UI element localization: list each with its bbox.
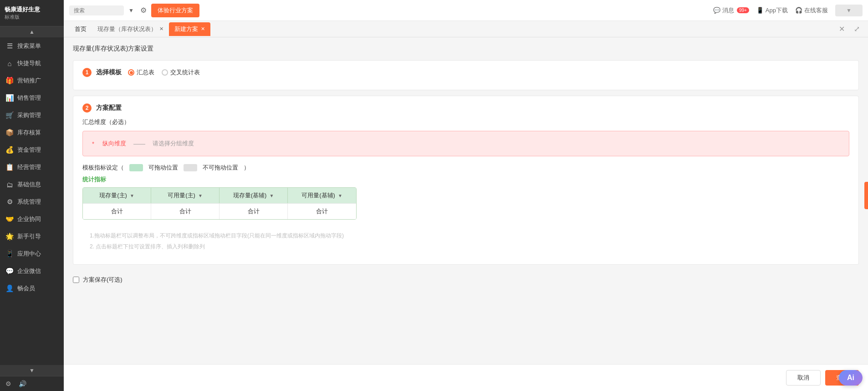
sidebar-item-quick-nav[interactable]: ⌂快捷导航 — [0, 55, 64, 72]
hints-section: 1.拖动标题栏可以调整布局，不可跨维度或指标区域拖动栏目字段(只能在同一维度或指… — [82, 226, 849, 257]
sidebar-label-inventory: 库存核算 — [17, 129, 41, 137]
section1-num: 1 — [82, 68, 92, 77]
settings-icon[interactable]: ⚙ — [5, 380, 11, 387]
ai-badge[interactable]: Ai — [839, 370, 863, 386]
sidebar-item-sales[interactable]: 📊销售管理 — [0, 89, 64, 107]
messages-label: 消息 — [722, 6, 734, 15]
sidebar-scroll-up[interactable]: ▲ — [0, 26, 64, 37]
template-indicator-row: 模板指标设定（ 可拖动位置 不可拖动位置 ） — [82, 164, 849, 172]
topbar-settings-icon[interactable]: ⚙ — [140, 6, 147, 15]
chevron-icon-inventory-aux[interactable]: ▼ — [269, 193, 274, 198]
stats-data-cell-0: 合计 — [83, 204, 151, 219]
stats-header-inventory-aux[interactable]: 现存量(基辅)▼ — [220, 188, 288, 203]
radio-cross-label: 交叉统计表 — [170, 68, 200, 77]
sidebar-item-operations[interactable]: 📋经营管理 — [0, 159, 64, 176]
messages-button[interactable]: 💬 消息 99+ — [713, 6, 749, 15]
radio-cross-circle — [162, 69, 168, 76]
sidebar-item-finance[interactable]: 💰资金管理 — [0, 141, 64, 159]
chevron-icon-available-main[interactable]: ▼ — [198, 193, 203, 198]
stats-header-inventory-main[interactable]: 现存量(主)▼ — [83, 188, 151, 203]
sidebar-icon-sales: 📊 — [5, 94, 14, 102]
sidebar-icon-app-center: 📱 — [5, 250, 14, 258]
search-input[interactable] — [69, 5, 124, 15]
tab-new-plan[interactable]: 新建方案 ✕ — [169, 22, 210, 36]
stats-data-cell-1: 合计 — [151, 204, 220, 219]
sidebar-scroll-down[interactable]: ▼ — [0, 365, 64, 376]
vertical-dim-row: * 纵向维度 —— 请选择分组维度 — [82, 131, 849, 156]
non-draggable-label: 不可拖动位置 — [203, 164, 238, 172]
sidebar-label-app-center: 应用中心 — [17, 250, 41, 258]
message-icon: 💬 — [713, 7, 720, 14]
sidebar-icon-finance: 💰 — [5, 146, 14, 154]
tabs-bar: 首页 现存量（库存状况表） ✕ 新建方案 ✕ ✕ ⤢ — [64, 21, 868, 37]
radio-summary-label: 汇总表 — [137, 68, 154, 77]
tab-new-plan-close[interactable]: ✕ — [201, 26, 205, 32]
header-label-inventory-main: 现存量(主) — [99, 191, 127, 200]
tab-home-label: 首页 — [75, 25, 87, 33]
section2-title: 方案配置 — [96, 104, 122, 112]
sidebar-item-app-center[interactable]: 📱应用中心 — [0, 245, 64, 262]
sidebar-label-system: 系统管理 — [17, 198, 41, 206]
right-handle[interactable] — [864, 182, 868, 209]
sidebar-item-system[interactable]: ⚙系统管理 — [0, 193, 64, 211]
stats-table: 现存量(主)▼可用量(主)▼现存量(基辅)▼可用量(基辅)▼ 合计合计合计合计 — [82, 187, 357, 220]
sidebar: 畅康通好生意 标准版 ▲ ☰搜索菜单⌂快捷导航🎁营销推广📊销售管理🛒采购管理📦库… — [0, 0, 64, 391]
audio-icon[interactable]: 🔊 — [19, 380, 26, 387]
sidebar-item-inventory[interactable]: 📦库存核算 — [0, 124, 64, 141]
customer-service-label: 在线客服 — [804, 6, 828, 15]
avatar-text: ▼ — [846, 7, 852, 14]
app-subtitle: 标准版 — [5, 14, 59, 21]
user-avatar[interactable]: ▼ — [835, 5, 863, 16]
stats-header-available-main[interactable]: 可用量(主)▼ — [151, 188, 220, 203]
hint-0: 1.拖动标题栏可以调整布局，不可跨维度或指标区域拖动栏目字段(只能在同一维度或指… — [90, 231, 842, 241]
tab-inventory-status[interactable]: 现存量（库存状况表） ✕ — [92, 22, 169, 36]
radio-cross[interactable]: 交叉统计表 — [162, 68, 200, 77]
vertical-dim-label: 纵向维度 — [102, 139, 126, 148]
sidebar-icon-basic-info: 🗂 — [5, 181, 14, 189]
tab-inventory-close[interactable]: ✕ — [159, 26, 163, 32]
sidebar-icon-search: ☰ — [5, 42, 14, 50]
sidebar-item-enterprise-wechat[interactable]: 💬企业微信 — [0, 262, 64, 280]
expand-button[interactable]: ⤢ — [851, 24, 863, 34]
section1-title: 选择模板 — [96, 68, 122, 77]
dim-placeholder[interactable]: 请选择分组维度 — [153, 139, 194, 148]
app-title: 畅康通好生意 — [5, 5, 59, 14]
sidebar-label-new-guide: 新手引导 — [17, 232, 41, 241]
sidebar-label-sales: 销售管理 — [17, 94, 41, 102]
sidebar-item-basic-info[interactable]: 🗂基础信息 — [0, 176, 64, 193]
sidebar-item-member[interactable]: 👤畅会员 — [0, 280, 64, 297]
app-download-button[interactable]: 📱 App下载 — [756, 6, 788, 15]
sidebar-item-purchase[interactable]: 🛒采购管理 — [0, 107, 64, 124]
sidebar-label-enterprise-wechat: 企业微信 — [17, 267, 41, 275]
chevron-icon-inventory-main[interactable]: ▼ — [130, 193, 134, 198]
save-checkbox[interactable] — [73, 277, 79, 283]
sidebar-logo: 畅康通好生意 标准版 — [0, 0, 64, 26]
sidebar-label-basic-info: 基础信息 — [17, 180, 41, 189]
sidebar-item-enterprise[interactable]: 🤝企业协同 — [0, 211, 64, 228]
chevron-icon-available-aux[interactable]: ▼ — [338, 193, 342, 198]
hint-1: 2. 点击标题栏下拉可设置排序、插入列和删除列 — [90, 242, 842, 252]
stats-section-label: 统计指标 — [82, 175, 849, 184]
draggable-indicator-box — [129, 164, 143, 171]
sidebar-icon-enterprise-wechat: 💬 — [5, 267, 14, 275]
template-radio-group: 汇总表 交叉统计表 — [128, 68, 200, 77]
radio-summary[interactable]: 汇总表 — [128, 68, 154, 77]
sidebar-bottom: ⚙ 🔊 — [0, 376, 64, 391]
main-area: ▼ ⚙ 体验行业方案 💬 消息 99+ 📱 App下载 🎧 在线客服 ▼ 首 — [64, 0, 868, 391]
page-title: 现存量(库存状况表)方案设置 — [73, 45, 859, 53]
sidebar-item-search[interactable]: ☰搜索菜单 — [0, 37, 64, 55]
dropdown-icon[interactable]: ▼ — [128, 7, 134, 14]
sidebar-icon-new-guide: 🌟 — [5, 232, 14, 241]
cancel-button[interactable]: 取消 — [786, 370, 821, 386]
section-template: 1 选择模板 汇总表 交叉统计表 — [73, 60, 859, 90]
sidebar-item-marketing[interactable]: 🎁营销推广 — [0, 72, 64, 89]
tab-new-plan-label: 新建方案 — [174, 25, 198, 33]
stats-header-available-aux[interactable]: 可用量(基辅)▼ — [288, 188, 356, 203]
section1-header: 1 选择模板 汇总表 交叉统计表 — [82, 68, 849, 77]
sidebar-item-new-guide[interactable]: 🌟新手引导 — [0, 228, 64, 245]
tab-home[interactable]: 首页 — [69, 22, 92, 36]
close-button[interactable]: ✕ — [836, 24, 848, 34]
required-mark: * — [92, 140, 94, 147]
trial-button[interactable]: 体验行业方案 — [151, 4, 199, 17]
customer-service-button[interactable]: 🎧 在线客服 — [795, 6, 828, 15]
